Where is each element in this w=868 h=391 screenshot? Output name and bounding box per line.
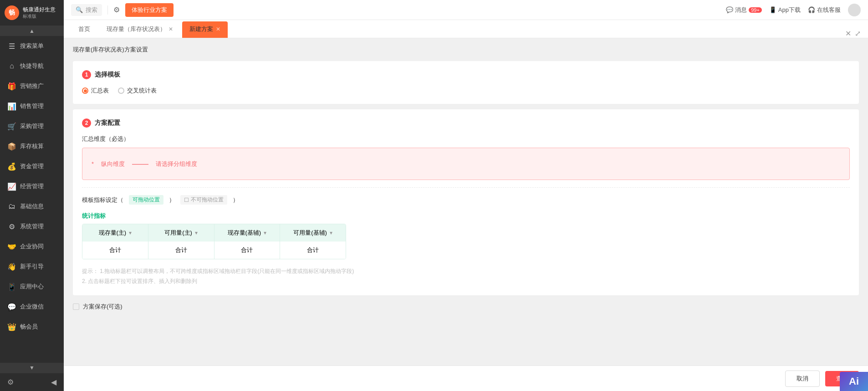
tabs-bar: 首页 现存量（库存状况表） ✕ 新建方案 ✕ ✕ ⤢: [64, 20, 868, 38]
required-star: *: [92, 160, 94, 167]
wave-icon: 👋: [7, 262, 16, 271]
cart-icon: 🛒: [7, 122, 16, 131]
radio-summary-dot: [84, 89, 87, 93]
app-badge: 标准版: [23, 13, 56, 20]
box-icon: 📦: [7, 142, 16, 151]
stats-col-2-label: 可用量(主): [164, 229, 192, 237]
handshake-icon: 🤝: [7, 242, 16, 251]
stats-col-1-dropdown[interactable]: ▾: [129, 230, 132, 236]
step1-title: 选择模板: [95, 71, 120, 79]
sidebar-collapse-button[interactable]: ◀: [51, 378, 56, 386]
customer-service-label: 在线客服: [817, 6, 841, 14]
message-badge: 99+: [749, 7, 762, 13]
tab-inventory-close[interactable]: ✕: [168, 26, 173, 32]
industry-plan-button[interactable]: 体验行业方案: [125, 3, 174, 17]
sidebar-settings-button[interactable]: ⚙: [7, 378, 14, 386]
save-checkbox[interactable]: [73, 304, 79, 310]
dimension-name: 纵向维度: [101, 160, 125, 168]
sidebar-item-label: 快捷导航: [20, 62, 44, 70]
sidebar-item-label: 经营管理: [20, 182, 44, 190]
customer-service-button[interactable]: 🎧 在线客服: [808, 6, 841, 14]
money-icon: 💰: [7, 162, 16, 171]
save-option: 方案保存(可选): [73, 303, 859, 311]
sidebar-scroll-down[interactable]: ▼: [0, 363, 64, 373]
sidebar-item-system[interactable]: ⚙ 系统管理: [0, 216, 64, 237]
sidebar-item-quick-nav[interactable]: ⌂ 快捷导航: [0, 56, 64, 76]
save-option-label: 方案保存(可选): [83, 303, 123, 311]
search-menu-icon: ☰: [7, 41, 16, 51]
crown-icon: 👑: [7, 322, 16, 331]
stats-cell-3: 合计: [214, 242, 281, 259]
sidebar-item-inventory[interactable]: 📦 库存核算: [0, 136, 64, 156]
step2-title: 方案配置: [95, 119, 120, 127]
ai-badge[interactable]: Ai: [840, 372, 868, 391]
stats-col-2-header[interactable]: 可用量(主) ▾: [148, 224, 214, 242]
sidebar-item-member[interactable]: 👑 畅会员: [0, 317, 64, 337]
template-setting-label: 模板指标设定（: [82, 196, 123, 204]
search-placeholder: 搜索: [86, 6, 97, 14]
sidebar-item-base-info[interactable]: 🗂 基础信息: [0, 196, 64, 216]
stats-col-4-label: 可用量(基辅): [293, 229, 327, 237]
content-inner: 现存量(库存状况表)方案设置 1 选择模板 汇总表 交: [64, 38, 868, 318]
dimension-box: * 纵向维度 —— 请选择分组维度: [82, 148, 850, 180]
sidebar-item-sales[interactable]: 📊 销售管理: [0, 96, 64, 116]
close-icon[interactable]: ✕: [845, 29, 851, 38]
message-icon: 💬: [726, 6, 733, 13]
stats-table-header: 现存量(主) ▾ 可用量(主) ▾ 现存量(基辅) ▾ 可用量(基辅): [82, 224, 346, 242]
tab-new-plan-label: 新建方案: [189, 25, 213, 33]
tips-section: 提示： 1.拖动标题栏可以调整布局，不可跨维度或指标区域拖动栏目字段(只能在同一…: [82, 267, 850, 286]
tip2: 2. 点击标题栏下拉可设置排序、插入列和删除列: [82, 278, 197, 284]
sidebar-item-label: 资金管理: [20, 162, 44, 170]
topbar-gear-icon[interactable]: ⚙: [113, 5, 120, 14]
chat-icon: 💬: [7, 302, 16, 311]
sidebar-item-app-center[interactable]: 📱 应用中心: [0, 277, 64, 297]
sidebar-item-marketing[interactable]: 🎁 营销推广: [0, 76, 64, 96]
sidebar-item-wechat[interactable]: 💬 企业微信: [0, 297, 64, 317]
step1-header: 1 选择模板: [82, 70, 850, 79]
step2-header: 2 方案配置: [82, 118, 850, 128]
home-icon: ⌂: [7, 62, 16, 71]
sidebar-item-label: 基础信息: [20, 202, 44, 211]
section-divider: [82, 187, 850, 188]
message-button[interactable]: 💬 消息 99+: [726, 6, 762, 14]
sidebar-item-label: 企业协同: [20, 242, 44, 251]
sidebar-item-operations[interactable]: 📈 经营管理: [0, 176, 64, 196]
tab-new-plan[interactable]: 新建方案 ✕: [182, 21, 228, 38]
sidebar-item-label: 新手引导: [20, 262, 44, 271]
gift-icon: 🎁: [7, 82, 16, 91]
sidebar-item-label: 销售管理: [20, 102, 44, 110]
stats-col-4-header[interactable]: 可用量(基辅) ▾: [280, 224, 346, 242]
stats-col-3-header[interactable]: 现存量(基辅) ▾: [214, 224, 281, 242]
stats-col-4-dropdown[interactable]: ▾: [330, 230, 332, 236]
sidebar-item-new-guide[interactable]: 👋 新手引导: [0, 257, 64, 277]
tip1: 1.拖动标题栏可以调整布局，不可跨维度或指标区域拖动栏目字段(只能在同一维度或指…: [100, 268, 354, 274]
radio-crosstab[interactable]: 交叉统计表: [118, 87, 157, 95]
sidebar-scroll-up[interactable]: ▲: [0, 26, 64, 36]
app-download-button[interactable]: 📱 App下载: [769, 6, 801, 14]
main-area: 🔍 搜索 ⚙ 体验行业方案 💬 消息 99+ 📱 App下载 🎧 在线客服: [64, 0, 868, 391]
dimension-placeholder[interactable]: 请选择分组维度: [156, 160, 197, 168]
tips-label: 提示：: [82, 268, 98, 274]
window-controls: ✕ ⤢: [845, 29, 861, 38]
tab-home[interactable]: 首页: [71, 21, 97, 38]
sidebar-nav: ☰ 搜索菜单 ⌂ 快捷导航 🎁 营销推广 📊 销售管理 🛒 采购管理 📦 库存核…: [0, 36, 64, 363]
search-bar[interactable]: 🔍 搜索: [71, 4, 102, 16]
radio-summary-label: 汇总表: [91, 87, 109, 95]
sidebar-item-finance[interactable]: 💰 资金管理: [0, 156, 64, 176]
stats-col-2-dropdown[interactable]: ▾: [195, 230, 198, 236]
user-avatar[interactable]: [848, 4, 861, 16]
sidebar-item-search-menu[interactable]: ☰ 搜索菜单: [0, 36, 64, 56]
stats-col-1-header[interactable]: 现存量(主) ▾: [82, 224, 148, 242]
dimension-label: 汇总维度（必选）: [82, 135, 850, 143]
trending-icon: 📈: [7, 182, 16, 191]
tab-new-plan-close[interactable]: ✕: [216, 26, 220, 32]
stats-cell-2: 合计: [148, 242, 214, 259]
cancel-button[interactable]: 取消: [785, 370, 820, 387]
sidebar-item-purchase[interactable]: 🛒 采购管理: [0, 116, 64, 136]
radio-summary[interactable]: 汇总表: [82, 87, 109, 95]
tab-inventory-status[interactable]: 现存量（库存状况表） ✕: [99, 21, 180, 38]
stats-col-3-dropdown[interactable]: ▾: [264, 230, 266, 236]
expand-icon[interactable]: ⤢: [855, 29, 861, 38]
sidebar-item-cooperation[interactable]: 🤝 企业协同: [0, 237, 64, 257]
headset-icon: 🎧: [808, 6, 815, 13]
